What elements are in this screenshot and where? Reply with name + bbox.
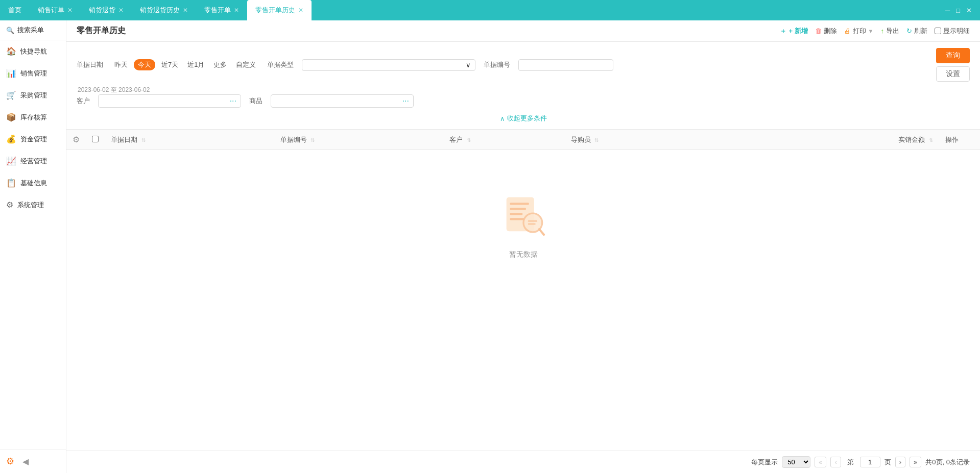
sidebar-item-sales-mgmt-label: 销售管理	[20, 69, 47, 78]
th-customer-sort-icon[interactable]: ⇅	[467, 137, 471, 143]
next-page-button[interactable]: ›	[895, 457, 905, 467]
date-opt-1month[interactable]: 近1月	[184, 59, 207, 70]
th-amount-sort-icon[interactable]: ⇅	[929, 137, 933, 143]
maximize-button[interactable]: □	[956, 7, 960, 14]
last-page-button[interactable]: »	[910, 457, 921, 467]
empty-cell: 暂无数据	[66, 150, 980, 301]
table-header: ⚙ 单据日期 ⇅ 单据编号 ⇅	[66, 130, 980, 150]
date-opt-yesterday[interactable]: 昨天	[111, 59, 131, 70]
close-button[interactable]: ✕	[966, 7, 972, 14]
table-body: 暂无数据	[66, 150, 980, 301]
delete-label: 删除	[824, 27, 837, 36]
customer-filter-input[interactable]	[103, 97, 230, 105]
tab-retail-open[interactable]: 零售开单 ✕	[196, 0, 247, 20]
refresh-button[interactable]: ↻ 刷新	[906, 27, 927, 36]
empty-text: 暂无数据	[509, 250, 538, 259]
th-date-sort-icon[interactable]: ⇅	[141, 137, 146, 143]
page-label-pre: 第	[847, 458, 854, 467]
print-button[interactable]: 🖨 打印 ▼	[844, 27, 874, 36]
sales-mgmt-icon: 📊	[6, 68, 16, 78]
print-arrow-icon: ▼	[868, 28, 874, 34]
sidebar-item-system[interactable]: ⚙ 系统管理	[0, 194, 66, 216]
collapse-sidebar-icon[interactable]: ◀	[22, 457, 29, 466]
sidebar-item-quick-nav-label: 快捷导航	[20, 47, 47, 56]
settings-bottom-icon[interactable]: ⚙	[6, 456, 14, 467]
tab-sales-order-close[interactable]: ✕	[67, 7, 73, 14]
current-page-input[interactable]	[860, 457, 880, 467]
date-opt-7days[interactable]: 近7天	[158, 59, 181, 70]
sidebar-search-label: 搜索采单	[17, 26, 44, 35]
tab-sales-order[interactable]: 销售订单 ✕	[30, 0, 81, 20]
th-amount: 实销金额 ⇅	[754, 130, 939, 150]
goods-ellipsis-icon[interactable]: ···	[402, 96, 409, 106]
svg-rect-2	[510, 208, 526, 210]
filter-actions: 查询 设置	[936, 48, 970, 82]
delete-button[interactable]: 🗑 删除	[815, 27, 837, 36]
tab-sales-return-history-label: 销货退货历史	[140, 6, 180, 15]
tab-home[interactable]: 首页	[0, 0, 30, 20]
type-filter-select[interactable]: ∨	[302, 59, 475, 71]
svg-rect-3	[510, 213, 522, 215]
type-select-arrow: ∨	[466, 61, 471, 69]
filter-area: 单据日期 昨天 今天 近7天 近1月 更多 自定义 单据类型 ∨ 单据编号	[66, 42, 980, 130]
th-spacer	[710, 130, 754, 150]
th-number-sort-icon[interactable]: ⇅	[310, 137, 315, 143]
goods-filter-input[interactable]	[275, 97, 402, 105]
date-opt-more[interactable]: 更多	[210, 59, 230, 70]
tab-retail-open-history-close[interactable]: ✕	[298, 7, 303, 14]
select-all-checkbox[interactable]	[92, 136, 99, 142]
tab-sales-return-close[interactable]: ✕	[118, 7, 124, 14]
th-date-label: 单据日期	[111, 136, 137, 143]
query-button[interactable]: 查询	[936, 48, 970, 63]
show-detail-checkbox[interactable]	[935, 28, 941, 34]
customer-filter-label: 客户	[77, 96, 90, 106]
collapse-button[interactable]: ∧ 收起更多条件	[77, 112, 970, 125]
th-salesperson-sort-icon[interactable]: ⇅	[594, 137, 599, 143]
tab-retail-open-close[interactable]: ✕	[234, 7, 239, 14]
tab-retail-open-label: 零售开单	[204, 6, 231, 15]
date-range-display: 2023-06-02 至 2023-06-02	[78, 86, 150, 94]
sidebar-item-sales-mgmt[interactable]: 📊 销售管理	[0, 62, 66, 84]
sidebar-search[interactable]: 🔍 搜索采单	[0, 20, 66, 40]
customer-filter-input-wrap[interactable]: ···	[98, 94, 241, 108]
sidebar-item-inventory-label: 库存核算	[20, 113, 47, 122]
th-customer: 客户 ⇅	[443, 130, 565, 150]
export-button[interactable]: ↑ 导出	[881, 27, 900, 36]
sidebar-item-quick-nav[interactable]: 🏠 快捷导航	[0, 40, 66, 62]
print-icon: 🖨	[844, 27, 851, 35]
add-label: + 新增	[788, 27, 807, 36]
tab-retail-open-history[interactable]: 零售开单历史 ✕	[247, 0, 312, 20]
sidebar-item-purchase-mgmt[interactable]: 🛒 采购管理	[0, 84, 66, 106]
per-page-select[interactable]: 50 10 20 100	[782, 456, 810, 468]
sidebar: 🔍 搜索采单 🏠 快捷导航 📊 销售管理 🛒 采购管理 📦 库存核算 💰 资金管…	[0, 20, 66, 473]
date-opt-today[interactable]: 今天	[134, 59, 155, 70]
page-label: 页	[885, 458, 891, 467]
tab-sales-return-history-close[interactable]: ✕	[183, 7, 188, 14]
th-settings: ⚙	[66, 130, 86, 150]
per-page-label: 每页显示	[751, 458, 778, 467]
customer-ellipsis-icon[interactable]: ···	[230, 96, 236, 106]
first-page-button[interactable]: «	[815, 457, 826, 467]
minimize-button[interactable]: ─	[945, 7, 950, 14]
delete-icon: 🗑	[815, 27, 822, 35]
number-filter-input[interactable]	[518, 59, 613, 71]
sidebar-item-operations[interactable]: 📈 经营管理	[0, 150, 66, 172]
operations-icon: 📈	[6, 156, 16, 166]
tab-sales-return-history[interactable]: 销货退货历史 ✕	[132, 0, 196, 20]
filter-settings-button[interactable]: 设置	[936, 66, 970, 82]
sidebar-item-finance[interactable]: 💰 资金管理	[0, 128, 66, 150]
prev-page-button[interactable]: ‹	[830, 457, 841, 467]
th-number: 单据编号 ⇅	[274, 130, 444, 150]
add-button[interactable]: ＋ + 新增	[780, 27, 807, 36]
sidebar-item-inventory[interactable]: 📦 库存核算	[0, 106, 66, 128]
date-opt-custom[interactable]: 自定义	[233, 59, 259, 70]
finance-icon: 💰	[6, 134, 16, 144]
th-date: 单据日期 ⇅	[105, 130, 274, 150]
goods-filter-input-wrap[interactable]: ···	[271, 94, 414, 108]
sidebar-item-basic-info[interactable]: 📋 基础信息	[0, 172, 66, 194]
th-customer-label: 客户	[449, 136, 463, 143]
tab-sales-return[interactable]: 销货退货 ✕	[81, 0, 132, 20]
th-actions: 操作	[939, 130, 980, 150]
table-settings-icon[interactable]: ⚙	[73, 135, 80, 144]
show-detail-check[interactable]: 显示明细	[935, 27, 970, 36]
